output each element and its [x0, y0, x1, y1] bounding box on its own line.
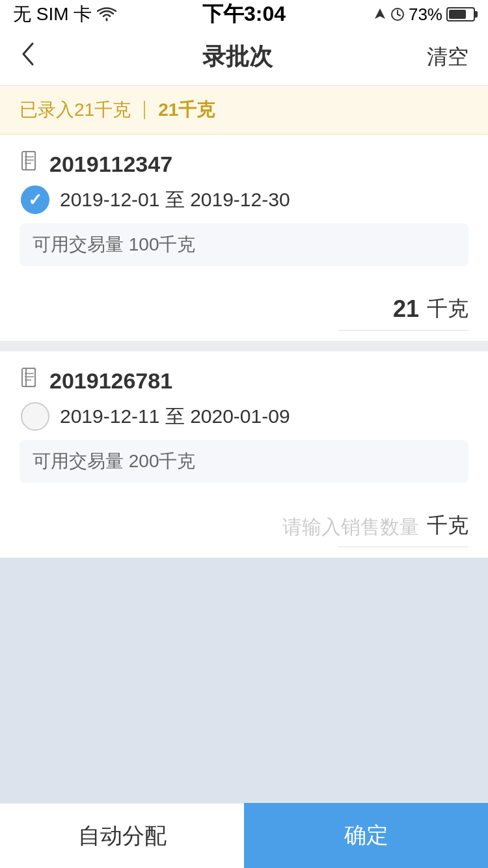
status-bar: 无 SIM 卡 下午3:04 73% — [0, 0, 488, 29]
batch-date-row-1[interactable]: 2019-12-01 至 2019-12-30 — [20, 185, 468, 214]
svg-rect-4 — [26, 152, 35, 170]
status-time: 下午3:04 — [202, 0, 286, 29]
amount-row-1: 千克 — [0, 282, 488, 330]
amount-unit-2: 千克 — [427, 511, 468, 540]
batch-item-2: 2019126781 2019-12-11 至 2020-01-09 可用交易量… — [0, 351, 488, 498]
section-divider — [0, 341, 488, 351]
batch-date-1: 2019-12-01 至 2019-12-30 — [60, 187, 290, 213]
banner-divider — [144, 101, 145, 119]
batch-header-1: 2019112347 — [20, 150, 468, 178]
amount-row-2: 千克 — [0, 498, 488, 547]
amount-input-1[interactable] — [116, 295, 419, 323]
svg-rect-8 — [22, 368, 35, 387]
batch-doc-icon-2 — [20, 367, 42, 394]
batch-date-row-2[interactable]: 2019-12-11 至 2020-01-09 — [20, 402, 468, 431]
recorded-label: 已录入21千克 — [20, 98, 131, 122]
status-right: 73% — [373, 5, 475, 25]
amount-section-1: 千克 — [0, 282, 488, 331]
svg-line-2 — [398, 14, 400, 16]
wifi-icon — [97, 7, 116, 21]
batch-id-2: 2019126781 — [49, 368, 172, 394]
svg-rect-3 — [22, 152, 35, 170]
confirm-button[interactable]: 确定 — [244, 803, 488, 868]
page-title: 录批次 — [202, 41, 273, 73]
batch-doc-icon-1 — [20, 150, 42, 178]
recorded-value: 21千克 — [158, 98, 215, 122]
batch-radio-1[interactable] — [21, 185, 49, 214]
batch-id-1: 2019112347 — [49, 152, 172, 177]
carrier-text: 无 SIM 卡 — [13, 2, 92, 27]
amount-input-2[interactable] — [116, 512, 419, 539]
batch-list-2: 2019126781 2019-12-11 至 2020-01-09 可用交易量… — [0, 351, 488, 558]
batch-radio-2[interactable] — [21, 402, 49, 431]
status-left: 无 SIM 卡 — [13, 2, 116, 27]
amount-unit-1: 千克 — [427, 295, 468, 323]
batch-header-2: 2019126781 — [20, 367, 468, 394]
svg-rect-9 — [26, 368, 35, 387]
bottom-bar: 自动分配 确定 — [0, 803, 488, 868]
amount-underline-2 — [338, 547, 468, 547]
clear-button[interactable]: 清空 — [416, 43, 468, 72]
batch-date-2: 2019-12-11 至 2020-01-09 — [60, 403, 290, 430]
batch-avail-2: 可用交易量 200千克 — [20, 440, 468, 483]
location-icon — [373, 7, 386, 21]
battery-icon — [446, 7, 475, 21]
amount-underline-1 — [338, 330, 468, 331]
amount-section-2: 千克 — [0, 498, 488, 547]
batch-list: 2019112347 2019-12-01 至 2019-12-30 可用交易量… — [0, 135, 488, 341]
clock-icon — [390, 7, 405, 21]
back-button[interactable] — [20, 41, 59, 73]
batch-avail-1: 可用交易量 100千克 — [20, 223, 468, 266]
nav-bar: 录批次 清空 — [0, 29, 488, 86]
info-banner: 已录入21千克 21千克 — [0, 86, 488, 135]
battery-percent: 73% — [409, 5, 442, 25]
batch-item-1: 2019112347 2019-12-01 至 2019-12-30 可用交易量… — [0, 135, 488, 282]
auto-distribute-button[interactable]: 自动分配 — [0, 803, 244, 868]
